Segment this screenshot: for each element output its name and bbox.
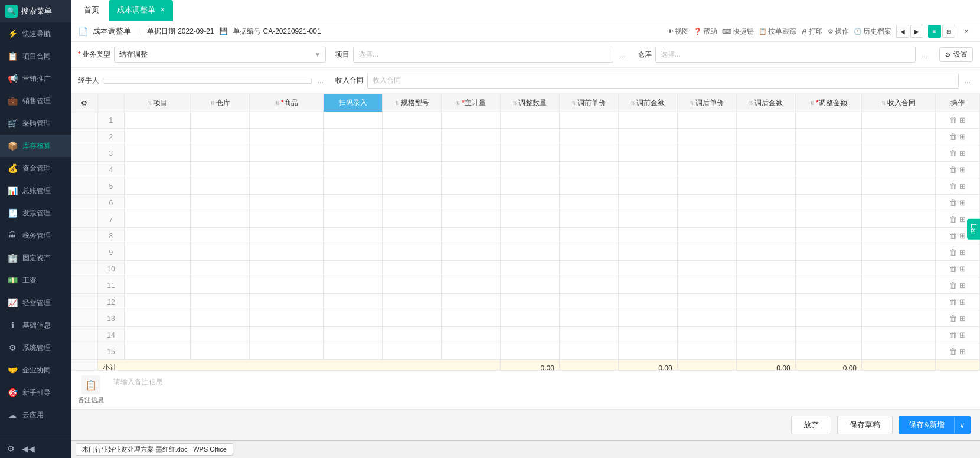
sidebar-item-marketing[interactable]: 📢 营销推广	[0, 67, 71, 90]
table-cell-spec-2[interactable]	[383, 129, 442, 145]
table-cell-adjust-amount-9[interactable]	[795, 244, 861, 261]
table-copy-icon-11[interactable]: ⊞	[959, 281, 966, 290]
table-cell-qty-5[interactable]	[500, 178, 559, 195]
table-cell-scan-8[interactable]	[324, 228, 383, 244]
table-cell-spec-5[interactable]	[383, 178, 442, 195]
table-delete-icon-12[interactable]: 🗑	[949, 297, 957, 306]
table-cell-scan-1[interactable]	[324, 112, 383, 129]
table-delete-icon-2[interactable]: 🗑	[949, 132, 957, 141]
table-cell-scan-15[interactable]	[324, 344, 383, 360]
tab-home[interactable]: 首页	[76, 0, 107, 21]
table-cell-before-amount-9[interactable]	[618, 244, 677, 261]
sidebar-item-guide[interactable]: 🎯 新手引导	[0, 381, 71, 404]
view-list-btn[interactable]: ≡	[928, 25, 941, 38]
table-cell-unit-5[interactable]	[442, 178, 501, 195]
table-cell-spec-7[interactable]	[383, 211, 442, 228]
table-cell-spec-13[interactable]	[383, 310, 442, 327]
table-cell-adjust-amount-13[interactable]	[795, 310, 861, 327]
table-cell-unit-8[interactable]	[442, 228, 501, 244]
table-cell-after-price-3[interactable]	[677, 145, 736, 162]
table-copy-icon-14[interactable]: ⊞	[959, 331, 966, 339]
table-cell-before-price-13[interactable]	[559, 310, 618, 327]
table-cell-after-amount-2[interactable]	[736, 129, 795, 145]
table-cell-after-price-10[interactable]	[677, 261, 736, 277]
sidebar-item-finance[interactable]: 💰 资金管理	[0, 157, 71, 179]
table-cell-qty-9[interactable]	[500, 244, 559, 261]
table-cell-project-15[interactable]	[124, 344, 190, 360]
table-cell-project-14[interactable]	[124, 327, 190, 344]
table-cell-after-price-9[interactable]	[677, 244, 736, 261]
col-before-amount[interactable]: ⇅调前金额	[618, 94, 677, 112]
sidebar-item-purchase[interactable]: 🛒 采购管理	[0, 112, 71, 135]
table-cell-qty-1[interactable]	[500, 112, 559, 129]
table-cell-unit-7[interactable]	[442, 211, 501, 228]
table-cell-unit-12[interactable]	[442, 294, 501, 310]
table-cell-warehouse-10[interactable]	[191, 261, 250, 277]
table-cell-project-6[interactable]	[124, 195, 190, 211]
tab-close-cost-adjust[interactable]: ✕	[160, 6, 165, 13]
sidebar-gear-icon[interactable]: ⚙	[7, 444, 15, 453]
table-cell-product-1[interactable]	[250, 112, 324, 129]
right-edge-tab[interactable]: Ear	[967, 219, 980, 240]
table-cell-adjust-amount-5[interactable]	[795, 178, 861, 195]
sidebar-item-enterprise[interactable]: 🤝 企业协同	[0, 359, 71, 381]
table-cell-qty-11[interactable]	[500, 277, 559, 294]
table-cell-spec-11[interactable]	[383, 277, 442, 294]
table-cell-adjust-amount-8[interactable]	[795, 228, 861, 244]
table-cell-adjust-amount-3[interactable]	[795, 145, 861, 162]
table-cell-qty-4[interactable]	[500, 162, 559, 178]
table-cell-unit-11[interactable]	[442, 277, 501, 294]
table-cell-after-amount-9[interactable]	[736, 244, 795, 261]
table-cell-scan-5[interactable]	[324, 178, 383, 195]
table-copy-icon-9[interactable]: ⊞	[959, 248, 966, 257]
sidebar-item-quick-nav[interactable]: ⚡ 快速导航	[0, 22, 71, 45]
sidebar-item-operation[interactable]: 📈 经营管理	[0, 292, 71, 314]
table-cell-adjust-amount-15[interactable]	[795, 344, 861, 360]
table-cell-project-7[interactable]	[124, 211, 190, 228]
view-grid-btn[interactable]: ⊞	[942, 25, 955, 38]
table-cell-before-price-8[interactable]	[559, 228, 618, 244]
table-delete-icon-15[interactable]: 🗑	[949, 347, 957, 356]
table-cell-warehouse-15[interactable]	[191, 344, 250, 360]
sidebar-item-inventory[interactable]: 📦 库存核算	[0, 135, 71, 157]
table-cell-project-5[interactable]	[124, 178, 190, 195]
table-cell-unit-6[interactable]	[442, 195, 501, 211]
col-after-amount[interactable]: ⇅调后金额	[736, 94, 795, 112]
table-copy-icon-6[interactable]: ⊞	[959, 198, 966, 207]
col-product[interactable]: ⇅*商品	[250, 94, 324, 112]
table-cell-warehouse-5[interactable]	[191, 178, 250, 195]
table-cell-after-amount-14[interactable]	[736, 327, 795, 344]
sidebar-item-assets[interactable]: 🏢 固定资产	[0, 247, 71, 269]
table-cell-unit-1[interactable]	[442, 112, 501, 129]
sidebar-item-basic-info[interactable]: ℹ 基础信息	[0, 314, 71, 336]
table-cell-before-amount-4[interactable]	[618, 162, 677, 178]
table-cell-income-contract-3[interactable]	[861, 145, 935, 162]
col-qty[interactable]: ⇅调整数量	[500, 94, 559, 112]
table-delete-icon-3[interactable]: 🗑	[949, 149, 957, 158]
table-cell-scan-12[interactable]	[324, 294, 383, 310]
table-copy-icon-4[interactable]: ⊞	[959, 165, 966, 174]
table-cell-product-3[interactable]	[250, 145, 324, 162]
table-cell-before-price-2[interactable]	[559, 129, 618, 145]
table-copy-icon-2[interactable]: ⊞	[959, 132, 966, 141]
table-cell-qty-3[interactable]	[500, 145, 559, 162]
table-cell-before-amount-15[interactable]	[618, 344, 677, 360]
table-cell-after-amount-13[interactable]	[736, 310, 795, 327]
nav-prev-btn[interactable]: ◀	[896, 25, 909, 38]
table-cell-after-price-4[interactable]	[677, 162, 736, 178]
table-cell-warehouse-13[interactable]	[191, 310, 250, 327]
table-cell-after-price-5[interactable]	[677, 178, 736, 195]
taskbar-item[interactable]: 木门行业好业财处理方案-墨红红.doc - WPS Office	[76, 443, 233, 456]
table-cell-qty-10[interactable]	[500, 261, 559, 277]
table-cell-product-15[interactable]	[250, 344, 324, 360]
table-cell-spec-1[interactable]	[383, 112, 442, 129]
col-warehouse[interactable]: ⇅仓库	[191, 94, 250, 112]
table-cell-after-price-11[interactable]	[677, 277, 736, 294]
col-spec[interactable]: ⇅规格型号	[383, 94, 442, 112]
col-unit[interactable]: ⇅*主计量	[442, 94, 501, 112]
table-cell-spec-6[interactable]	[383, 195, 442, 211]
table-cell-warehouse-3[interactable]	[191, 145, 250, 162]
table-cell-after-amount-7[interactable]	[736, 211, 795, 228]
table-cell-warehouse-12[interactable]	[191, 294, 250, 310]
table-cell-before-amount-10[interactable]	[618, 261, 677, 277]
